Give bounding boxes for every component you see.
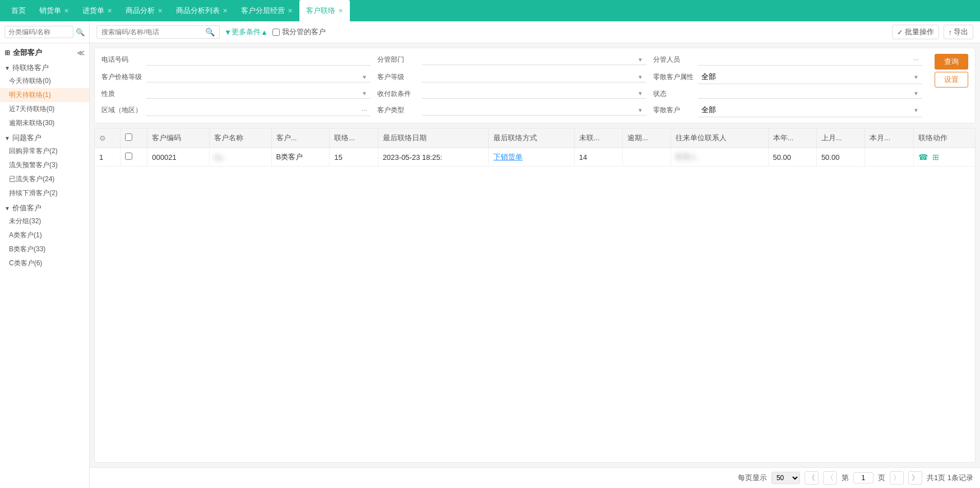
cell-action: ☎ ⊞ <box>913 148 975 167</box>
sidebar-item-declining[interactable]: 持续下滑客户(2) <box>0 186 89 200</box>
nav-sales-order[interactable]: 销货单 ✕ <box>33 0 76 21</box>
filter-price-level-select[interactable]: ▼ <box>146 72 371 82</box>
arrow-problem-icon: ▼ <box>4 135 10 141</box>
nav-purchase-order[interactable]: 进货单 ✕ <box>76 0 119 21</box>
table-header-row: ⚙ 客户编码 客户名称 客户... 联络... 最后联络日期 最后联络方式 未联… <box>95 128 975 148</box>
prev-group-btn[interactable]: 《 <box>805 471 819 485</box>
filter-phone-input[interactable] <box>146 54 371 66</box>
collapse-icon[interactable]: ≪ <box>77 49 85 57</box>
filter-retail-attr-select[interactable]: 全部 ▼ <box>698 70 922 84</box>
filter-payment-label: 收付款条件 <box>377 89 422 99</box>
chevron-down-dept-icon: ▼ <box>637 57 643 63</box>
sidebar-item-overdue[interactable]: 逾期未联络(30) <box>0 116 89 130</box>
cell-code: 000021 <box>147 148 210 167</box>
filter-payment-select[interactable]: ▼ <box>422 89 646 99</box>
search-button[interactable]: 🔍 <box>205 27 215 36</box>
next-btn[interactable]: 〉 <box>890 471 904 485</box>
filter-status-select[interactable]: ▼ <box>698 89 922 99</box>
sidebar-item-churn-warning[interactable]: 流失预警客户(3) <box>0 158 89 172</box>
sidebar-item-ungrouped[interactable]: 未分组(32) <box>0 214 89 228</box>
sidebar-search-input[interactable] <box>4 26 73 38</box>
nav-customer-tier[interactable]: 客户分层经营 ✕ <box>234 0 299 21</box>
sidebar-item-repurchase-abnormal[interactable]: 回购异常客户(2) <box>0 144 89 158</box>
group-label-value[interactable]: ▼ 价值客户 <box>0 200 89 214</box>
set-button[interactable]: 设置 <box>935 72 968 88</box>
batch-op-btn[interactable]: ✓ 批量操作 <box>892 25 939 39</box>
gear-col-icon[interactable]: ⚙ <box>99 134 106 142</box>
col-code: 客户编码 <box>147 128 210 148</box>
nav-product-analysis[interactable]: 商品分析 ✕ <box>119 0 169 21</box>
close-customer-contact-icon[interactable]: ✕ <box>338 7 343 15</box>
last-method-link[interactable]: 下销货单 <box>493 153 523 161</box>
query-button[interactable]: 查询 <box>935 54 968 70</box>
page-unit-label: 页 <box>878 473 885 483</box>
filter-payment: 收付款条件 ▼ <box>377 89 646 99</box>
more-action-icon[interactable]: ⊞ <box>932 153 939 162</box>
grid-icon: ⊞ <box>4 49 10 57</box>
filter-dept-select[interactable]: ▼ <box>422 55 646 65</box>
close-sales-order-icon[interactable]: ✕ <box>64 7 69 15</box>
search-input[interactable] <box>101 28 205 36</box>
group-label-problem[interactable]: ▼ 问题客户 <box>0 130 89 144</box>
table-row: 1 000021 Ea B类客户 15 2023-05-23 18:25: 下销… <box>95 148 975 167</box>
cell-contact-count: 15 <box>330 148 378 167</box>
select-all-checkbox[interactable] <box>125 133 132 141</box>
sidebar-item-tomorrow[interactable]: 明天待联络(1) <box>0 88 89 102</box>
table-container: ⚙ 客户编码 客户名称 客户... 联络... 最后联络日期 最后联络方式 未联… <box>94 128 976 463</box>
sidebar-item-today[interactable]: 今天待联络(0) <box>0 74 89 88</box>
all-customers-header[interactable]: ⊞ 全部客户 ≪ <box>0 43 89 60</box>
page-label: 第 <box>842 473 849 483</box>
filter-retail-customer-select[interactable]: 全部 ▼ <box>698 103 922 117</box>
sidebar: 🔍 ⊞ 全部客户 ≪ ▼ 待联络客户 今天待联络(0) 明天待联络(1) 近7天… <box>0 21 90 488</box>
nav-product-analysis-list[interactable]: 商品分析列表 ✕ <box>169 0 234 21</box>
close-customer-tier-icon[interactable]: ✕ <box>288 7 293 15</box>
next-group-btn[interactable]: 》 <box>908 471 922 485</box>
toolbar: 🔍 ▼ 更多条件 ▲ 我分管的客户 ✓ 批量操作 ↑ 导出 <box>90 21 980 43</box>
col-this-year: 本年... <box>768 128 816 148</box>
cell-checkbox <box>121 148 147 167</box>
sidebar-item-class-b[interactable]: B类客户(33) <box>0 242 89 256</box>
export-btn[interactable]: ↑ 导出 <box>944 25 974 39</box>
close-product-analysis-list-icon[interactable]: ✕ <box>223 7 228 15</box>
batch-op-icon: ✓ <box>897 28 903 36</box>
group-label-pending[interactable]: ▼ 待联络客户 <box>0 60 89 74</box>
filter-nature-label: 性质 <box>101 89 146 99</box>
filter-customer-level-select[interactable]: ▼ <box>422 72 646 82</box>
search-wrap: 🔍 <box>96 25 220 39</box>
close-purchase-order-icon[interactable]: ✕ <box>107 7 112 15</box>
sidebar-item-churned[interactable]: 已流失客户(24) <box>0 172 89 186</box>
chevron-up-icon: ▲ <box>261 28 268 36</box>
nav-home[interactable]: 首页 <box>4 0 33 21</box>
my-customers-checkbox[interactable] <box>272 29 280 36</box>
chevron-down-retail-icon: ▼ <box>913 74 919 80</box>
chevron-down-nature-icon: ▼ <box>362 90 367 96</box>
col-overdue: 逾期... <box>623 128 671 148</box>
more-conditions-btn[interactable]: ▼ 更多条件 ▲ <box>224 27 268 37</box>
filter-person-select[interactable]: ··· <box>698 54 922 66</box>
cell-this-month <box>865 148 913 167</box>
footer: 每页显示 50 100 200 《 〈 第 页 〉 》 共1页 1条记录 <box>90 467 980 488</box>
col-this-month: 本月... <box>865 128 913 148</box>
row-actions: ☎ ⊞ <box>918 153 970 162</box>
filter-retail-attr: 零散客户属性 全部 ▼ <box>653 70 922 84</box>
filter-customer-type-select[interactable]: ▼ <box>422 105 646 116</box>
contact-action-icon[interactable]: ☎ <box>918 153 928 162</box>
nav-customer-contact[interactable]: 客户联络 ✕ <box>299 0 350 21</box>
close-product-analysis-icon[interactable]: ✕ <box>158 7 163 15</box>
prev-btn[interactable]: 〈 <box>823 471 837 485</box>
filter-nature-select[interactable]: ▼ <box>146 89 371 99</box>
filter-phone: 电话号码 <box>101 54 371 66</box>
chevron-down-retail2-icon: ▼ <box>913 107 919 113</box>
sidebar-item-class-a[interactable]: A类客户(1) <box>0 228 89 242</box>
customer-table: ⚙ 客户编码 客户名称 客户... 联络... 最后联络日期 最后联络方式 未联… <box>95 128 975 167</box>
filter-person: 分管人员 ··· <box>653 54 922 66</box>
sidebar-item-7days[interactable]: 近7天待联络(0) <box>0 102 89 116</box>
row-checkbox[interactable] <box>125 153 132 160</box>
filter-region: 区域（地区） ··· <box>101 104 371 116</box>
page-input[interactable] <box>853 472 873 484</box>
sidebar-search-icon[interactable]: 🔍 <box>76 28 85 36</box>
sidebar-item-class-c[interactable]: C类客户(6) <box>0 256 89 270</box>
per-page-select[interactable]: 50 100 200 <box>771 472 800 484</box>
filter-region-select[interactable]: ··· <box>146 104 371 116</box>
chevron-down-type-icon: ▼ <box>637 107 643 113</box>
